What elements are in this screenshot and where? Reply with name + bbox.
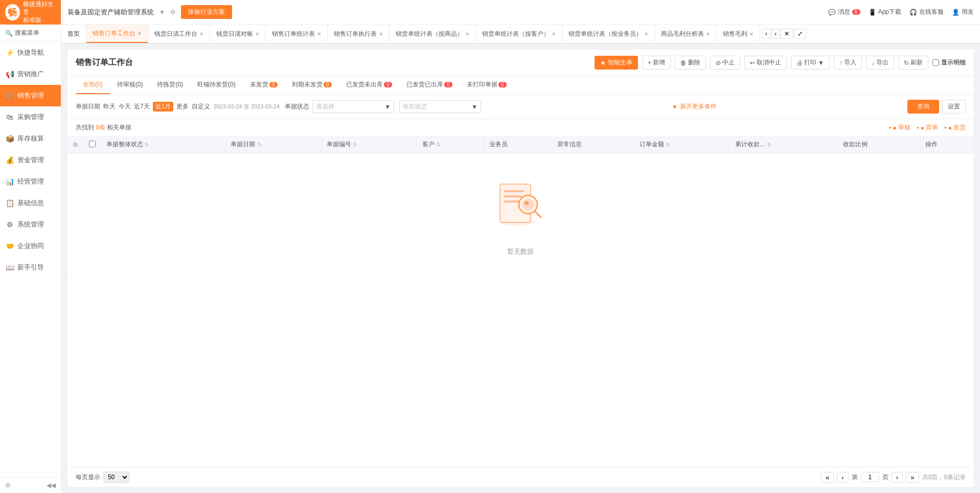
sub-tab-all[interactable]: 全部(0) xyxy=(76,76,110,94)
page-total: 共0页，0条记录 xyxy=(922,473,966,482)
tab-cash-daily[interactable]: 钱货日清工作台 ✕ xyxy=(148,25,210,43)
print-button[interactable]: 🖨 打印 ▼ xyxy=(791,56,830,70)
tab-close-all[interactable]: ✕ xyxy=(781,29,793,39)
sort-customer-icon[interactable]: ⇅ xyxy=(436,142,440,147)
th-checkbox[interactable] xyxy=(84,136,101,153)
tab-sales-sum-customer[interactable]: 销货单统计表（按客户） ✕ xyxy=(476,25,562,43)
settings-icon[interactable]: ⚙ xyxy=(5,482,11,489)
svg-line-7 xyxy=(535,211,541,217)
show-detail-checkbox[interactable] xyxy=(932,59,939,66)
settings-filter-button[interactable]: 设置 xyxy=(942,100,966,114)
select-all-checkbox[interactable] xyxy=(89,141,96,147)
tab-close-sales-sum-staff[interactable]: ✕ xyxy=(644,31,648,37)
sidebar-item-inventory[interactable]: 📦 库存核算 xyxy=(0,128,61,149)
date-option-7days[interactable]: 近7天 xyxy=(134,102,150,111)
tab-close-gross-margin[interactable]: ✕ xyxy=(706,31,710,37)
delete-button[interactable]: 🗑 删除 xyxy=(675,56,706,70)
tab-cash-reconcile[interactable]: 钱货日清对账 ✕ xyxy=(210,25,266,43)
search-button[interactable]: 查询 xyxy=(907,100,939,114)
tab-home[interactable]: 首页 xyxy=(61,25,86,43)
message-button[interactable]: 💬 消息 6 xyxy=(828,8,860,16)
tab-maximize[interactable]: ⤢ xyxy=(794,29,806,39)
app-download-button[interactable]: 📱 App下载 xyxy=(869,8,901,16)
tab-gross-margin[interactable]: 商品毛利分析表 ✕ xyxy=(655,25,717,43)
tab-sales-workbench[interactable]: 销售订单工作台 ✕ xyxy=(86,25,148,43)
online-support-button[interactable]: 🎧 在线客服 xyxy=(909,8,944,16)
work-title: 销售订单工作台 xyxy=(76,57,588,68)
tab-close-sales-stats[interactable]: ✕ xyxy=(317,31,321,37)
sub-tab-pending-review[interactable]: 待审核(0) xyxy=(110,76,150,94)
tab-sales-exec[interactable]: 销售订单执行表 ✕ xyxy=(328,25,390,43)
tab-close-cash-daily[interactable]: ✕ xyxy=(199,31,203,37)
sidebar-item-basic-info[interactable]: 📋 基础信息 xyxy=(0,192,61,214)
export-button[interactable]: ↓ 导出 xyxy=(866,56,894,70)
abandon-review-action[interactable]: ● 弃审 xyxy=(917,123,938,132)
tab-sales-sum-product[interactable]: 销货单统计表（按商品） ✕ xyxy=(390,25,476,43)
print-dropdown-icon: ▼ xyxy=(818,59,824,66)
ship-action[interactable]: ● 发货 xyxy=(944,123,966,132)
sidebar-item-sales[interactable]: 🛒 销售管理 xyxy=(0,85,61,106)
sidebar-item-marketing[interactable]: 📢 营销推广 xyxy=(0,63,61,85)
date-option-today[interactable]: 今天 xyxy=(119,102,131,111)
th-setting[interactable]: ⚙ xyxy=(67,136,84,153)
add-button[interactable]: + 新增 xyxy=(642,56,671,70)
sub-tab-wangpu[interactable]: 旺铺待发货(0) xyxy=(190,76,243,94)
sort-received-icon[interactable]: ⇅ xyxy=(767,142,771,147)
sub-tab-pending-pickup[interactable]: 待拣货(0) xyxy=(150,76,190,94)
prev-page-button[interactable]: ‹ xyxy=(837,472,848,483)
first-page-button[interactable]: « xyxy=(821,472,834,483)
sub-tab-not-shipped[interactable]: 未发货0 xyxy=(243,76,285,94)
import-button[interactable]: ↑ 导入 xyxy=(834,56,862,70)
tab-scroll-right[interactable]: › xyxy=(771,29,780,39)
tab-close-sales-sum-product[interactable]: ✕ xyxy=(465,31,469,37)
page-input[interactable] xyxy=(861,472,879,482)
sidebar-item-quick-nav[interactable]: ⚡ 快捷导航 xyxy=(0,42,61,63)
sort-date-icon[interactable]: ⇅ xyxy=(257,142,261,147)
cancel-stop-button[interactable]: ↩ 取消中止 xyxy=(744,56,787,70)
topbar-gear-icon[interactable]: ⚙ xyxy=(170,9,176,16)
sidebar-item-enterprise[interactable]: 🤝 企业协同 xyxy=(0,235,61,257)
payment-select[interactable]: 收款状态 ▼ xyxy=(399,100,481,113)
stop-button[interactable]: ⊘ 中止 xyxy=(710,56,740,70)
tab-sales-profit[interactable]: 销售毛利 ✕ xyxy=(717,25,760,43)
sidebar-item-purchase[interactable]: 🛍 采购管理 xyxy=(0,106,61,128)
show-detail-label[interactable]: 显示明细 xyxy=(932,58,966,67)
industry-solution-button[interactable]: 体验行业方案 xyxy=(181,5,232,19)
tab-close-sales-sum-customer[interactable]: ✕ xyxy=(552,31,556,37)
sidebar-item-finance[interactable]: 💰 资金管理 xyxy=(0,149,61,171)
next-page-button[interactable]: › xyxy=(892,472,903,483)
tab-close-sales-exec[interactable]: ✕ xyxy=(379,31,383,37)
date-option-custom[interactable]: 自定义 xyxy=(192,102,210,111)
tab-sales-stats[interactable]: 销售订单统计表 ✕ xyxy=(266,25,328,43)
per-page-select[interactable]: 50 100 200 xyxy=(103,472,129,483)
sidebar-item-operations[interactable]: 📊 经营管理 xyxy=(0,171,61,192)
topbar-dropdown-icon[interactable]: ▼ xyxy=(159,9,165,16)
tab-close-cash-reconcile[interactable]: ✕ xyxy=(255,31,259,37)
expand-button[interactable]: ▼ 展开更多条件 xyxy=(672,102,717,111)
tab-close-sales-profit[interactable]: ✕ xyxy=(749,31,754,37)
date-option-1month[interactable]: 近1月 xyxy=(153,102,174,111)
tab-scroll-left[interactable]: ‹ xyxy=(762,29,770,39)
sidebar-item-system[interactable]: ⚙ 系统管理 xyxy=(0,214,61,235)
tab-sales-sum-staff[interactable]: 销货单统计表（按业务员） ✕ xyxy=(562,25,655,43)
sub-tab-shipped-warehoused[interactable]: 已发货已出库0 xyxy=(399,76,460,94)
date-option-more[interactable]: 更多 xyxy=(176,102,189,111)
sub-tab-shipped-not-warehoused[interactable]: 已发货未出库0 xyxy=(339,76,399,94)
sidebar-item-guide[interactable]: 📖 新手引导 xyxy=(0,257,61,278)
collapse-icon[interactable]: ◀◀ xyxy=(47,482,56,489)
th-ratio: 收款比例 xyxy=(838,136,920,153)
refresh-button[interactable]: ↻ 刷新 xyxy=(898,56,928,70)
review-action[interactable]: ● 审核 xyxy=(889,123,910,132)
smart-create-button[interactable]: ★ 智能生单 xyxy=(595,56,638,70)
sub-tab-overdue[interactable]: 到期未发货0 xyxy=(285,76,339,94)
sort-amount-icon[interactable]: ⇅ xyxy=(666,142,670,147)
sidebar-search[interactable]: 🔍 搜索菜单 xyxy=(0,25,61,42)
sort-status-icon[interactable]: ⇅ xyxy=(145,142,149,147)
date-option-yesterday[interactable]: 昨天 xyxy=(103,102,116,111)
last-page-button[interactable]: » xyxy=(906,472,919,483)
sort-number-icon[interactable]: ⇅ xyxy=(353,142,357,147)
user-menu[interactable]: 👤 用友 xyxy=(952,8,974,16)
tab-close-sales-workbench[interactable]: ✕ xyxy=(138,31,142,36)
sub-tab-not-printed[interactable]: 未打印单据0 xyxy=(460,76,514,94)
status-select[interactable]: 请选择 ▼ xyxy=(312,100,394,113)
